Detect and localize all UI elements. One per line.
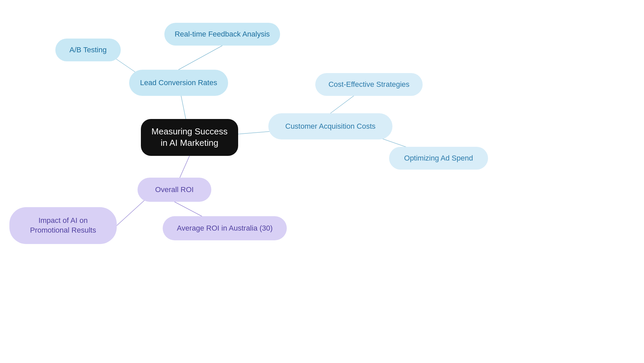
- cost-effective-label: Cost-Effective Strategies: [328, 80, 410, 89]
- avg-roi-node: Average ROI in Australia (30): [163, 216, 287, 240]
- ab-testing-node: A/B Testing: [55, 39, 121, 61]
- optimizing-ad-spend-node: Optimizing Ad Spend: [389, 147, 488, 170]
- overall-roi-node: Overall ROI: [138, 178, 211, 202]
- lead-conversion-node: Lead Conversion Rates: [129, 70, 228, 96]
- customer-acquisition-label: Customer Acquisition Costs: [285, 122, 376, 131]
- lead-conversion-label: Lead Conversion Rates: [140, 78, 217, 88]
- realtime-feedback-node: Real-time Feedback Analysis: [164, 23, 280, 46]
- center-label: Measuring Success in AI Marketing: [150, 126, 229, 149]
- realtime-feedback-label: Real-time Feedback Analysis: [175, 29, 270, 39]
- overall-roi-label: Overall ROI: [155, 185, 194, 195]
- impact-ai-label: Impact of AI on Promotional Results: [19, 216, 107, 235]
- impact-ai-node: Impact of AI on Promotional Results: [9, 207, 117, 244]
- optimizing-ad-spend-label: Optimizing Ad Spend: [404, 154, 473, 163]
- ab-testing-label: A/B Testing: [69, 45, 107, 55]
- svg-line-2: [178, 46, 222, 70]
- customer-acquisition-node: Customer Acquisition Costs: [268, 113, 392, 139]
- cost-effective-node: Cost-Effective Strategies: [315, 73, 423, 96]
- center-node: Measuring Success in AI Marketing: [141, 119, 238, 156]
- avg-roi-label: Average ROI in Australia (30): [177, 224, 273, 233]
